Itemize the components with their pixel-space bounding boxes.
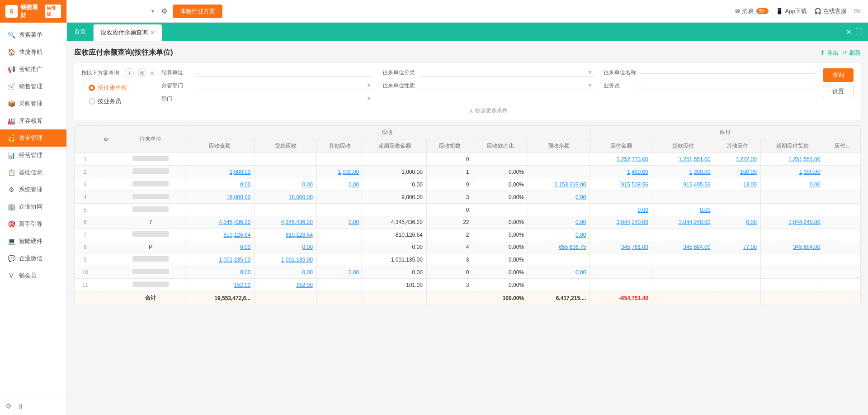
- filter-collapse-button[interactable]: «: [150, 69, 154, 77]
- filter-field-department: 部门 ▼: [161, 95, 373, 103]
- data-table: ⚙ 往来单位 应收 应付 应收金额 贷款应收 其他应收 超期应收金额 应收笔数 …: [74, 125, 861, 305]
- partner-name: [116, 253, 185, 266]
- row-num: 7: [75, 229, 96, 241]
- export-icon: ⬆: [820, 49, 825, 56]
- department-input[interactable]: ▼: [194, 95, 373, 103]
- sidebar-item-label: 销售管理: [19, 82, 42, 91]
- sidebar: 6 畅捷通财 标准版 🔍 搜索菜单 🏠 快捷导航 📢 营销推广 🛒 销售管理: [0, 0, 67, 415]
- app-download-button[interactable]: 📱 App下载: [776, 7, 807, 15]
- dept-input[interactable]: ▼: [194, 81, 373, 90]
- set-button[interactable]: 设置: [823, 85, 854, 98]
- sidebar-item-inventory[interactable]: 🏭 库存核算: [0, 112, 66, 129]
- sidebar-item-label: 企业微信: [19, 254, 42, 262]
- service-icon: 🎧: [814, 8, 821, 14]
- salesperson-input[interactable]: ...: [636, 81, 816, 90]
- row-num: 3: [75, 178, 96, 191]
- sidebar-item-system[interactable]: ⚙ 系统管理: [0, 181, 66, 198]
- sidebar-item-enterprise[interactable]: 🏢 企业协同: [0, 198, 66, 215]
- filter-add-button[interactable]: +: [125, 68, 134, 77]
- sidebar-settings-icon[interactable]: ⚙: [5, 402, 12, 410]
- user-info[interactable]: Rit: [854, 8, 861, 14]
- refresh-button[interactable]: ↺ 刷新: [842, 49, 861, 57]
- partner-name: [116, 204, 185, 216]
- table-row: 100.000.000.000.0000.00%0.00: [75, 266, 861, 279]
- sidebar-item-sales[interactable]: 🛒 销售管理: [0, 78, 66, 95]
- sidebar-item-quicknav[interactable]: 🏠 快捷导航: [0, 43, 66, 61]
- partner-name: [116, 229, 185, 241]
- sidebar-item-basicinfo[interactable]: 📋 基础信息: [0, 164, 66, 181]
- th-loan-payable: 贷款应付: [652, 139, 714, 153]
- table-row: 500.000.00: [75, 204, 861, 216]
- sidebar-item-search[interactable]: 🔍 搜索菜单: [0, 26, 66, 43]
- tab-home[interactable]: 首页: [67, 23, 94, 41]
- sidebar-item-marketing[interactable]: 📢 营销推广: [0, 61, 66, 78]
- sidebar-item-guide[interactable]: 🎯 新手引导: [0, 215, 66, 233]
- query-button[interactable]: 查询: [823, 68, 854, 82]
- topbar-gear-icon[interactable]: ⚙: [161, 7, 167, 15]
- close-icon[interactable]: ×: [151, 29, 154, 36]
- partner-name: P: [116, 241, 185, 253]
- tab-home-label: 首页: [74, 28, 86, 36]
- filter-option-salesperson[interactable]: 按业务员: [85, 95, 154, 107]
- sidebar-item-member[interactable]: V 畅会员: [0, 267, 66, 284]
- row-num: 5: [75, 204, 96, 216]
- sidebar-item-purchase[interactable]: 📦 采购管理: [0, 95, 66, 112]
- partner-category-input[interactable]: ▼: [419, 68, 594, 77]
- footer-prepaid-balance: 6,417,215....: [528, 291, 590, 305]
- partner-name: [116, 191, 185, 204]
- page-actions: ⬆ 导出 ↺ 刷新: [820, 49, 861, 57]
- filter-field-salesperson: 业务员 ...: [604, 81, 816, 90]
- breadcrumb-input[interactable]: [74, 8, 146, 14]
- footer-empty2: [96, 291, 116, 305]
- settlement-unit-input[interactable]: ...: [194, 68, 373, 77]
- row-num: 1: [75, 153, 96, 166]
- filter-field-partner-name: 往来单位名称: [604, 68, 816, 77]
- message-button[interactable]: ✉ 消息 99: [735, 7, 769, 15]
- sidebar-item-label: 营销推广: [19, 65, 42, 73]
- th-payable-amount: 应付金额: [590, 139, 652, 153]
- tabbar: 首页 应收应付余额查询 × ✕ ⛶: [67, 23, 868, 41]
- partner-nature-input[interactable]: ▼: [419, 81, 594, 90]
- table-row: 11152.00152.00101.0030.00%: [75, 279, 861, 291]
- tab-close-all-icon[interactable]: ✕: [846, 28, 852, 36]
- tab-expand-icon[interactable]: ⛶: [855, 28, 863, 36]
- partner-name-input[interactable]: [640, 72, 816, 74]
- sidebar-item-hardware[interactable]: 💻 智能硬件: [0, 233, 66, 250]
- export-button[interactable]: ⬆ 导出: [820, 49, 839, 57]
- filter-target-button[interactable]: ◎: [137, 68, 146, 77]
- partner-name: [116, 153, 185, 166]
- cart-icon: 🛒: [7, 82, 15, 91]
- row-num: 11: [75, 279, 96, 291]
- sidebar-item-operations[interactable]: 📊 经营管理: [0, 147, 66, 164]
- filter-field-partner-category: 往来单位分类 ▼: [382, 68, 594, 77]
- sidebar-collapse-icon[interactable]: ⏸: [17, 402, 24, 410]
- system-icon: ⚙: [7, 186, 15, 194]
- chevron-down-icon: ▼: [366, 95, 372, 102]
- edition-badge: 标准版: [45, 5, 61, 18]
- chevron-down-icon[interactable]: ▼: [150, 8, 156, 14]
- topbar: ▼ ⚙ 体验行业方案 ✉ 消息 99 📱 App下载 🎧 在线客服: [67, 0, 868, 23]
- customer-service-label: 在线客服: [823, 7, 847, 15]
- page-title: 应收应付余额查询(按往来单位): [74, 48, 173, 57]
- sidebar-item-label: 经营管理: [19, 151, 42, 159]
- sidebar-footer: ⚙ ⏸: [0, 397, 66, 415]
- sidebar-item-wechat[interactable]: 💬 企业微信: [0, 250, 66, 267]
- filter-option-partner[interactable]: 按往来单位: [85, 82, 154, 94]
- collapse-more-button[interactable]: ∧ 收起更多条件: [469, 107, 508, 114]
- table-row: 674,345,436.204,345,436.200.004,345,436.…: [75, 216, 861, 229]
- th-receivable-group: 应收: [185, 126, 590, 139]
- member-icon: V: [7, 272, 15, 280]
- solution-button[interactable]: 体验行业方案: [173, 5, 222, 18]
- th-settings[interactable]: ⚙: [96, 126, 116, 153]
- chevron-down-icon: ▼: [366, 82, 372, 89]
- basicinfo-icon: 📋: [7, 168, 15, 176]
- logo-icon: 6: [5, 5, 18, 18]
- sidebar-item-label: 新手引导: [19, 220, 42, 228]
- tabbar-actions: ✕ ⛶: [840, 23, 868, 41]
- sidebar-item-finance[interactable]: 💰 资金管理: [0, 129, 66, 147]
- sidebar-item-label: 系统管理: [19, 186, 42, 194]
- tab-receivable[interactable]: 应收应付余额查询 ×: [94, 24, 162, 41]
- filter-options: 按往来单位 按业务员: [85, 82, 154, 107]
- customer-service-button[interactable]: 🎧 在线客服: [814, 7, 847, 15]
- chevron-down-icon: ▼: [587, 82, 593, 89]
